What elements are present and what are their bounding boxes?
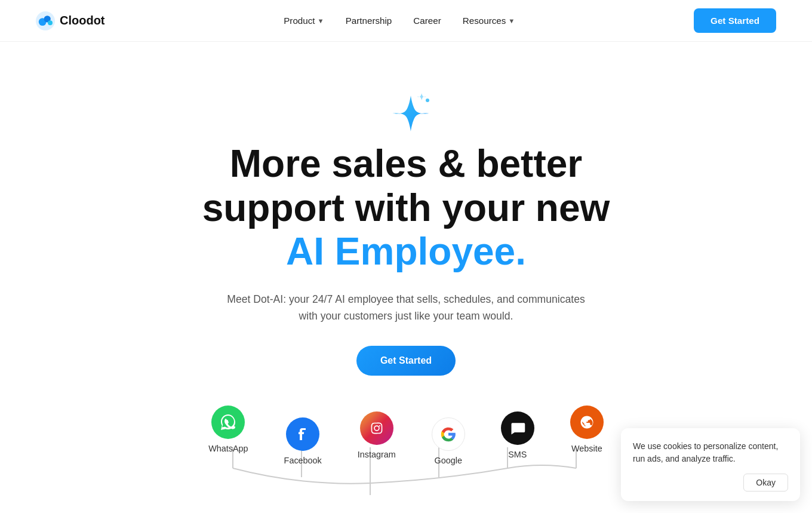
nav-career[interactable]: Career [413, 16, 441, 26]
nav-resources[interactable]: Resources ▼ [463, 16, 515, 26]
cookie-okay-button[interactable]: Okay [743, 474, 788, 492]
whatsapp-icon [211, 406, 245, 439]
product-chevron-icon: ▼ [318, 17, 324, 24]
instagram-icon [360, 411, 393, 445]
website-label: Website [571, 444, 602, 453]
sparkle-icon [387, 90, 425, 128]
svg-point-4 [426, 99, 429, 102]
hero-title-line2: support with your new [202, 186, 610, 229]
svg-point-3 [48, 20, 53, 25]
logo[interactable]: Cloodot [36, 11, 105, 30]
nav-resources-label: Resources [463, 16, 506, 26]
channel-facebook: Facebook [266, 417, 340, 465]
navbar: Cloodot Product ▼ Partnership Career Res… [0, 0, 812, 42]
hero-title-line3: AI Employee. [286, 230, 526, 273]
hero-subtitle: Meet Dot-AI: your 24/7 AI employee that … [221, 291, 591, 324]
nav-partnership-label: Partnership [346, 16, 392, 26]
channel-website: Website [552, 406, 622, 453]
cookie-text: We use cookies to personalize content, r… [633, 440, 788, 465]
sms-icon [501, 411, 534, 445]
sms-label: SMS [508, 450, 527, 459]
logo-icon [36, 11, 55, 30]
whatsapp-label: WhatsApp [208, 444, 248, 453]
brand-name: Cloodot [60, 14, 105, 27]
channel-whatsapp: WhatsApp [190, 406, 266, 453]
nav-get-started-button[interactable]: Get Started [694, 8, 776, 33]
google-icon [432, 417, 465, 451]
instagram-label: Instagram [358, 450, 396, 459]
facebook-label: Facebook [284, 456, 322, 465]
nav-partnership[interactable]: Partnership [346, 16, 392, 26]
nav-product-label: Product [284, 16, 315, 26]
channel-instagram: Instagram [340, 411, 414, 459]
channel-sms: SMS [483, 411, 552, 459]
channel-google: Google [414, 417, 483, 465]
hero-title: More sales & better support with your ne… [202, 142, 610, 274]
nav-career-label: Career [413, 16, 441, 26]
cookie-banner: We use cookies to personalize content, r… [621, 428, 800, 501]
nav-links: Product ▼ Partnership Career Resources ▼ [284, 16, 515, 26]
hero-get-started-button[interactable]: Get Started [356, 346, 456, 376]
hero-title-line1: More sales & better [230, 142, 582, 185]
google-label: Google [435, 456, 462, 465]
website-icon [570, 406, 604, 439]
nav-product[interactable]: Product ▼ [284, 16, 324, 26]
facebook-icon [286, 417, 319, 451]
resources-chevron-icon: ▼ [508, 17, 515, 24]
